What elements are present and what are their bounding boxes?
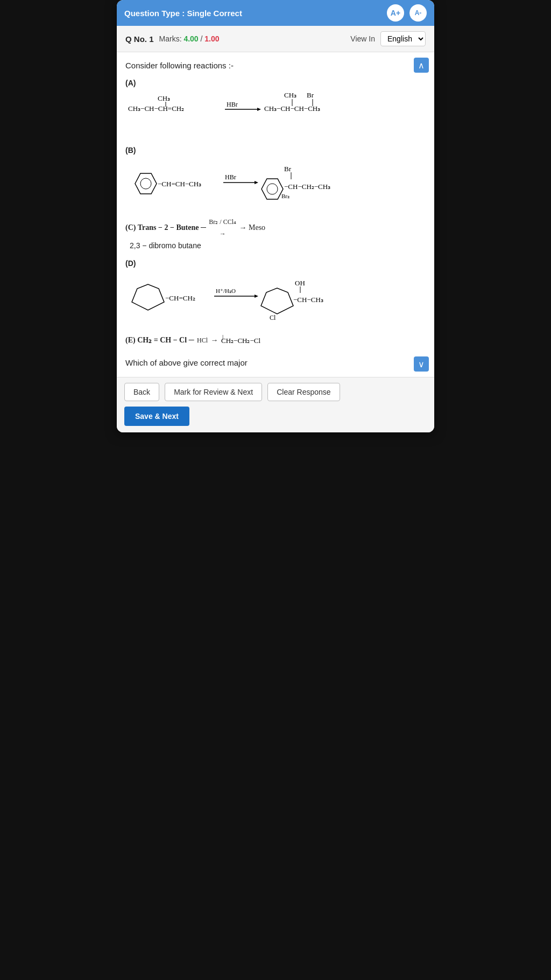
- section-d-label: (D): [125, 259, 136, 268]
- font-increase-button[interactable]: A+: [387, 4, 404, 22]
- svg-point-12: [140, 178, 151, 189]
- section-c-block: (C) Trans − 2 − Butene ─ Br₂ / CCl₄ → → …: [125, 216, 426, 240]
- language-select[interactable]: English Hindi: [380, 31, 426, 46]
- section-c-label: (C) Trans − 2 − Butene: [125, 223, 199, 232]
- action-bar: Back Mark for Review & Next Clear Respon…: [117, 377, 434, 407]
- view-in-label: View In: [350, 34, 375, 43]
- question-body: ∧ Consider following reactions :- (A) CH…: [117, 52, 434, 377]
- svg-text:HBr: HBr: [225, 173, 236, 181]
- marks-positive: 4.00: [183, 34, 198, 43]
- reaction-a-diagram: CH₃ CH₃−CH−CH=CH₂ HBr CH₃ Br CH₃−CH−CH−C…: [125, 92, 405, 135]
- reaction-d-svg: −CH=CH₂ H⁺/H₂O OH Cl: [125, 272, 426, 325]
- reaction-c: (C) Trans − 2 − Butene ─ Br₂ / CCl₄ → → …: [125, 216, 426, 253]
- svg-marker-23: [132, 284, 164, 310]
- section-c-product2: 2,3 − dibromo butane: [130, 240, 426, 253]
- section-e-label: (E) CH₂ = CH − Cl: [125, 336, 187, 344]
- reaction-d-diagram: −CH=CH₂ H⁺/H₂O OH Cl: [125, 272, 405, 321]
- save-next-button[interactable]: Save & Next: [124, 407, 189, 426]
- section-b-label: (B): [125, 146, 136, 155]
- svg-text:CH₃: CH₃: [284, 92, 296, 99]
- section-e-reagent: HCl: [197, 337, 208, 344]
- svg-text:−CH=CH−CH₃: −CH=CH−CH₃: [158, 180, 201, 188]
- reaction-a-svg: CH₃ CH₃−CH−CH=CH₂ HBr CH₃ Br CH₃−CH−CH−C…: [125, 92, 426, 139]
- svg-marker-11: [135, 173, 157, 194]
- svg-text:−CH−CH₃: −CH−CH₃: [293, 296, 323, 304]
- svg-text:CH₃: CH₃: [158, 94, 170, 102]
- question-type-bar: Question Type : Single Correct A+ A-: [117, 0, 434, 26]
- question-card: Question Type : Single Correct A+ A- Q N…: [117, 0, 434, 432]
- svg-marker-27: [255, 295, 258, 298]
- svg-text:−CH=CH₂: −CH=CH₂: [165, 294, 195, 302]
- mark-review-button[interactable]: Mark for Review & Next: [165, 383, 262, 401]
- clear-response-button[interactable]: Clear Response: [267, 383, 340, 401]
- section-c-reagent-stack: Br₂ / CCl₄ →: [209, 216, 236, 240]
- marks-info: Marks: 4.00 / 1.00: [159, 34, 220, 43]
- reaction-b-diagram: −CH=CH−CH₃ HBr Br: [125, 159, 405, 208]
- reaction-d: (D) −CH=CH₂ H⁺/H₂O OH: [125, 257, 426, 325]
- svg-marker-16: [255, 181, 258, 184]
- svg-text:Br: Br: [284, 165, 292, 173]
- svg-text:H⁺/H₂O: H⁺/H₂O: [216, 288, 236, 294]
- svg-text:Br: Br: [307, 92, 314, 99]
- svg-text:Br₂: Br₂: [281, 193, 289, 199]
- svg-text:CH₃−CH−CH=CH₂: CH₃−CH−CH=CH₂: [128, 104, 184, 113]
- reaction-a: (A) CH₃ CH₃−CH−CH=CH₂ HBr: [125, 76, 426, 139]
- marks-negative: 1.00: [204, 34, 219, 43]
- font-decrease-button[interactable]: A-: [409, 4, 427, 22]
- svg-text:HBr: HBr: [227, 101, 238, 108]
- svg-text:−CH−CH₂−CH₃: −CH−CH₂−CH₃: [284, 183, 330, 191]
- question-number: Q No. 1: [125, 34, 154, 44]
- reaction-b-svg: −CH=CH−CH₃ HBr Br: [125, 159, 426, 212]
- section-e-product: CH₂−CH₂−Cl |: [220, 336, 269, 344]
- save-row: Save & Next: [117, 407, 434, 432]
- svg-text:CH₂−CH₂−Cl: CH₂−CH₂−Cl: [221, 337, 260, 345]
- svg-marker-5: [257, 108, 261, 111]
- svg-text:OH: OH: [295, 279, 305, 287]
- question-meta-bar: Q No. 1 Marks: 4.00 / 1.00 View In Engli…: [117, 26, 434, 52]
- reaction-b: (B) −CH=CH−CH₃ HBr: [125, 144, 426, 212]
- svg-marker-18: [262, 179, 283, 199]
- section-a-label: (A): [125, 79, 136, 87]
- question-type-label: Question Type : Single Correct: [124, 9, 382, 18]
- reaction-e: (E) CH₂ = CH − Cl ─ HCl → CH₂−CH₂−Cl |: [125, 330, 426, 352]
- question-intro: Consider following reactions :-: [125, 60, 426, 72]
- scroll-down-button[interactable]: ∨: [414, 356, 429, 372]
- question-ending: Which of above give correct major: [125, 356, 426, 370]
- svg-text:|: |: [222, 333, 223, 340]
- svg-point-19: [267, 184, 278, 194]
- svg-text:Cl: Cl: [270, 314, 276, 321]
- svg-marker-29: [261, 288, 293, 314]
- section-e-product-svg: CH₂−CH₂−Cl |: [220, 330, 269, 352]
- scroll-up-button[interactable]: ∧: [414, 58, 429, 73]
- back-button[interactable]: Back: [124, 383, 159, 401]
